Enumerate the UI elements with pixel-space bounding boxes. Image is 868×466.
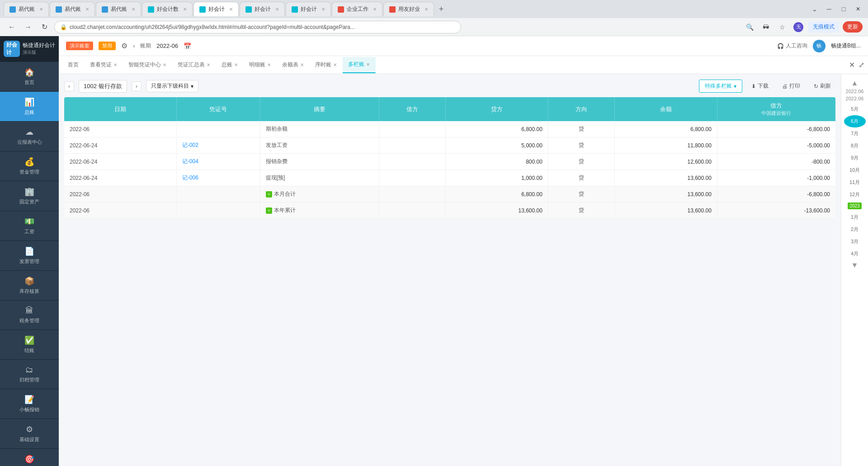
tab-balance[interactable]: 余额表 ✕ <box>277 57 310 73</box>
maximize-button[interactable]: □ <box>837 3 850 15</box>
profile-icon[interactable]: 无 <box>792 21 805 33</box>
sidebar-item-inventory[interactable]: 📦 库存核算 <box>0 271 59 301</box>
date-month-jan[interactable]: 1月 <box>844 211 866 223</box>
sidebar-item-home[interactable]: 🏠 首页 <box>0 62 59 92</box>
tab-icon-1 <box>9 6 16 13</box>
date-nav-down[interactable]: ▼ <box>849 260 860 271</box>
sidebar-item-assets[interactable]: 🏢 固定资产 <box>0 181 59 211</box>
tab-close-5[interactable]: ✕ <box>229 7 233 12</box>
tab-close-9[interactable]: ✕ <box>425 7 428 12</box>
date-month-oct[interactable]: 10月 <box>844 164 866 176</box>
date-month-july[interactable]: 7月 <box>844 127 866 140</box>
tab-enterprise[interactable]: 企业工作 ✕ <box>332 2 382 16</box>
date-month-may[interactable]: 5月 <box>844 103 866 115</box>
tab-detail-ledger-close[interactable]: ✕ <box>267 62 271 67</box>
filter-dropdown[interactable]: 只显示下级科目 ▾ <box>146 80 198 92</box>
period-arrow-icon[interactable]: › <box>133 42 135 49</box>
tab-close-4[interactable]: ✕ <box>183 7 187 12</box>
wuhen-mode-button[interactable]: 无痕模式 <box>808 21 839 33</box>
period-calendar-icon[interactable]: 📅 <box>184 42 191 50</box>
date-month-feb[interactable]: 2月 <box>844 223 866 235</box>
refresh-ledger-button[interactable]: ↻ 刷新 <box>809 80 835 92</box>
sidebar-item-guide[interactable]: 🎯 新手引导 <box>0 449 59 466</box>
cell-voucher[interactable]: 记-006 <box>176 170 260 186</box>
date-month-apr[interactable]: 4月 <box>844 248 866 260</box>
consult-button[interactable]: 🎧 人工咨询 <box>777 42 807 50</box>
next-account-button[interactable]: › <box>132 81 142 91</box>
forward-button[interactable]: → <box>22 21 34 33</box>
tab-balance-close[interactable]: ✕ <box>300 62 304 67</box>
guide-icon: 🎯 <box>24 454 34 464</box>
refresh-button[interactable]: ↻ <box>38 21 51 33</box>
tab-smart-voucher[interactable]: 智能凭证中心 ✕ <box>123 57 172 73</box>
tab-view-voucher[interactable]: 查看凭证 ✕ <box>85 57 123 73</box>
tab-expand-icon[interactable]: ⤢ <box>859 61 864 69</box>
sidebar-item-expense[interactable]: 📝 小畅报销 <box>0 389 59 419</box>
tab-yidaizhang-3[interactable]: 易代账 ✕ <box>96 2 141 16</box>
tab-close-1[interactable]: ✕ <box>39 7 43 12</box>
cell-voucher[interactable]: 记-002 <box>176 137 260 154</box>
sidebar-item-archive[interactable]: 🗂 归档管理 <box>0 360 59 389</box>
date-month-dec[interactable]: 12月 <box>844 188 866 201</box>
tab-haokuaiji-4[interactable]: 好会计 ✕ <box>286 2 331 16</box>
print-button[interactable]: 🖨 打印 <box>778 80 805 92</box>
date-month-mar[interactable]: 3月 <box>844 235 866 248</box>
bookmark-icon[interactable]: ☆ <box>776 21 788 33</box>
tab-general-ledger-close[interactable]: ✕ <box>234 62 238 67</box>
sidebar-item-ledger[interactable]: 📊 总账 <box>0 92 59 122</box>
search-icon[interactable]: 🔍 <box>743 21 756 33</box>
tab-detail-ledger[interactable]: 明细账 ✕ <box>244 57 277 73</box>
account-selector[interactable]: 1002 银行存款 <box>79 80 127 93</box>
prev-account-button[interactable]: ‹ <box>64 81 74 91</box>
update-button[interactable]: 更新 <box>843 21 863 33</box>
special-column-button[interactable]: 特殊多栏账 ▾ <box>699 80 742 93</box>
date-month-aug[interactable]: 8月 <box>844 140 866 152</box>
tab-sequence-close[interactable]: ✕ <box>333 62 337 67</box>
sidebar-item-invoice[interactable]: 📄 发票管理 <box>0 241 59 271</box>
tab-yonyou[interactable]: 用友好业 ✕ <box>383 2 434 16</box>
user-avatar[interactable]: 畅 <box>813 40 826 52</box>
tab-voucher-summary-close[interactable]: ✕ <box>207 62 210 67</box>
download-button[interactable]: ⬇ 下载 <box>747 80 773 92</box>
tab-label-2: 易代账 <box>65 5 81 13</box>
date-nav-up[interactable]: ▲ <box>849 78 860 89</box>
cell-voucher[interactable]: 记-004 <box>176 154 260 170</box>
tab-close-8[interactable]: ✕ <box>373 7 377 12</box>
address-field[interactable]: 🔒 cloud2.chanjet.com/accounting/uh26t264… <box>54 21 461 33</box>
date-month-sep[interactable]: 9月 <box>844 152 866 164</box>
settings-gear-icon[interactable]: ⚙ <box>121 42 127 50</box>
sidebar-item-cloud[interactable]: ☁ 云报表中心 <box>0 122 59 151</box>
tab-sequence[interactable]: 序时账 ✕ <box>310 57 343 73</box>
tab-close-7[interactable]: ✕ <box>321 7 325 12</box>
tab-multi-column-close[interactable]: ✕ <box>366 62 370 67</box>
tab-smart-voucher-close[interactable]: ✕ <box>163 62 166 67</box>
tab-voucher-summary[interactable]: 凭证汇总表 ✕ <box>172 57 216 73</box>
tab-yidaizhang-2[interactable]: 易代账 ✕ <box>50 2 95 16</box>
tab-haokuaiji-3[interactable]: 好会计 ✕ <box>240 2 285 16</box>
tab-close-2[interactable]: ✕ <box>85 7 89 12</box>
sidebar-item-close[interactable]: ✅ 结账 <box>0 330 59 360</box>
sidebar-item-settings[interactable]: ⚙ 基础设置 <box>0 419 59 449</box>
tab-close-all-icon[interactable]: ✕ <box>849 61 855 69</box>
tab-close-6[interactable]: ✕ <box>275 7 279 12</box>
new-tab-button[interactable]: + <box>435 3 448 15</box>
tab-home[interactable]: 首页 <box>62 57 85 73</box>
cell-credit: 5,000.00 <box>446 137 548 154</box>
sidebar-item-payroll[interactable]: 💵 工资 <box>0 211 59 241</box>
minimize-button[interactable]: ─ <box>823 3 835 15</box>
tab-general-ledger[interactable]: 总账 ✕ <box>216 57 244 73</box>
tab-haokuaiji-2[interactable]: 好会计 ✕ <box>193 2 239 16</box>
date-month-nov[interactable]: 11月 <box>844 176 866 188</box>
tab-haokuaiji-1[interactable]: 好会计数 ✕ <box>142 2 193 16</box>
sidebar-item-tax[interactable]: 🏛 税务管理 <box>0 301 59 330</box>
tab-close-3[interactable]: ✕ <box>132 7 135 12</box>
date-month-june[interactable]: 6月 <box>844 115 866 127</box>
tab-list-button[interactable]: ⌄ <box>808 3 821 15</box>
tab-multi-column[interactable]: 多栏账 ✕ <box>343 57 376 73</box>
tab-yidaizhang-1[interactable]: 易代账 ✕ <box>4 2 49 16</box>
close-button[interactable]: ✕ <box>852 3 864 15</box>
back-button[interactable]: ← <box>5 21 18 33</box>
sidebar-item-funds[interactable]: 💰 资金管理 <box>0 151 59 181</box>
incognito-icon[interactable]: 🕶 <box>760 21 772 33</box>
tab-view-voucher-close[interactable]: ✕ <box>113 62 117 67</box>
